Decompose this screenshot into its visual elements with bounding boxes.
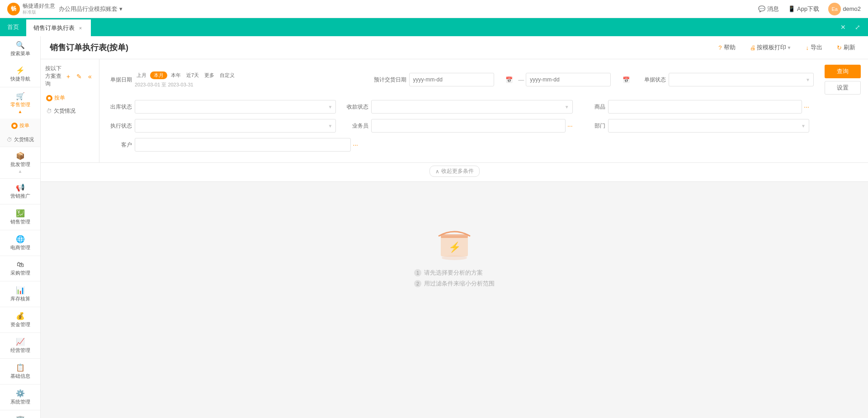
settings-btn[interactable]: 设置 [825, 81, 861, 95]
date-chip-7days[interactable]: 近7天 [184, 71, 201, 80]
product-input[interactable] [608, 100, 802, 114]
scheme-collapse-btn[interactable]: « [85, 72, 94, 81]
app-download-label: App下载 [797, 5, 819, 13]
print-icon: 🖨 [750, 44, 756, 51]
sidebar-item-debt[interactable]: ⏱ 欠货情况 [0, 133, 40, 147]
sidebar-item-sales[interactable]: 💹 销售管理 [0, 204, 40, 230]
date-chip-thisyear[interactable]: 本年 [169, 71, 183, 80]
breadcrumb-dropdown-icon[interactable]: ▾ [119, 5, 123, 12]
retail-children: 按单 ⏱ 欠货情况 [0, 119, 40, 147]
forecast-date-start[interactable] [409, 73, 494, 86]
query-btn[interactable]: 查询 [825, 65, 861, 78]
sidebar-item-ecommerce[interactable]: 🌐 电商管理 [0, 230, 40, 256]
scheme-active-dot [46, 95, 52, 101]
sidebar-group-retail-header[interactable]: 🛒 零售管理 ▲ [0, 87, 40, 119]
empty-icon: ⚡ [432, 218, 477, 263]
main-layout: 🔍 搜索菜单 ⚡ 快捷导航 🛒 零售管理 ▲ 按单 [0, 36, 868, 418]
filter-row-2: 出库状态 ▼ 收款状态 [107, 100, 861, 114]
export-btn[interactable]: ↓ 导出 [802, 42, 826, 53]
exec-status-label: 执行状态 [107, 122, 132, 130]
sidebar-item-system[interactable]: ⚙️ 系统管理 [0, 385, 40, 410]
sidebar-group-wholesale-header[interactable]: 📦 批发管理 ▲ [0, 147, 40, 178]
tab-sales-order-label: 销售订单执行表 [33, 24, 75, 32]
sidebar-item-quick-nav[interactable]: ⚡ 快捷导航 [0, 62, 40, 87]
message-icon: 💬 [758, 5, 765, 12]
breadcrumb: 办公用品行业模拟账套 ▾ [59, 5, 123, 13]
user-btn[interactable]: Ea demo2 [828, 3, 861, 15]
order-status-select[interactable] [669, 73, 814, 86]
tab-sales-order[interactable]: 销售订单执行表 × [26, 18, 91, 36]
ecommerce-label: 电商管理 [10, 244, 30, 251]
retail-expand-icon: ▲ [18, 109, 23, 114]
exec-select[interactable] [135, 119, 336, 133]
sidebar-item-cashier[interactable]: 按单 [0, 119, 40, 133]
customer-more-icon[interactable]: ··· [353, 141, 358, 148]
outbound-control: ▼ [135, 100, 336, 114]
product-more-icon[interactable]: ··· [804, 103, 809, 110]
outbound-select[interactable] [135, 100, 336, 114]
refresh-icon: ↻ [837, 44, 842, 51]
scheme-edit-btn[interactable]: ✎ [75, 72, 84, 81]
help-btn[interactable]: ? 帮助 [715, 42, 739, 53]
empty-text-1: 1 请先选择要分析的方案 [414, 269, 495, 277]
salesman-more-icon[interactable]: ··· [567, 122, 573, 129]
collapse-more-btn[interactable]: ∧ 收起更多条件 [429, 166, 480, 177]
refresh-btn[interactable]: ↻ 刷新 [833, 42, 859, 53]
scheme-item-debt[interactable]: ⏱ 欠货情况 [41, 104, 99, 118]
dept-control: ▼ [608, 119, 809, 133]
forecast-date-label: 预计交货日期 [374, 76, 406, 84]
message-btn[interactable]: 💬 消息 [758, 5, 779, 13]
nav-right-buttons: ✕ ⤢ [836, 20, 868, 34]
date-chips: 上月 本月 本年 近7天 更多 自定义 [135, 71, 367, 80]
sidebar-group-retail[interactable]: 🛒 零售管理 ▲ 按单 ⏱ 欠货情况 [0, 87, 40, 147]
date-chip-custom[interactable]: 自定义 [218, 71, 236, 80]
sidebar-group-wholesale[interactable]: 📦 批发管理 ▲ [0, 147, 40, 179]
scheme-icons: + ✎ « [64, 72, 94, 81]
page-title: 销售订单执行表(按单) [50, 42, 128, 53]
export-label: 导出 [811, 43, 822, 52]
sidebar-item-inventory[interactable]: 📊 库存核算 [0, 281, 40, 307]
sidebar-item-basic[interactable]: 📋 基础信息 [0, 359, 40, 385]
action-buttons: 查询 设置 [825, 65, 861, 95]
forecast-date-end[interactable] [526, 73, 611, 86]
salesman-input[interactable] [371, 119, 566, 133]
wholesale-icon: 📦 [16, 152, 25, 160]
date-chip-lastmonth[interactable]: 上月 [135, 71, 148, 80]
customer-input[interactable] [135, 138, 351, 152]
scheme-add-btn[interactable]: + [64, 72, 73, 81]
forecast-start-wrap: 📅 [409, 73, 517, 86]
print-btn[interactable]: 🖨 按模板打印 ▼ [746, 42, 795, 53]
sidebar-item-marketing[interactable]: 📢 营销推广 [0, 179, 40, 204]
svg-point-3 [442, 256, 467, 260]
filter-field-salesman: 业务员 ··· [343, 119, 572, 133]
payment-select[interactable] [371, 100, 572, 114]
sidebar: 🔍 搜索菜单 ⚡ 快捷导航 🛒 零售管理 ▲ 按单 [0, 36, 41, 418]
sidebar-item-search[interactable]: 🔍 搜索菜单 [0, 36, 40, 62]
quick-nav-icon: ⚡ [16, 66, 25, 75]
expand-window-btn[interactable]: ⤢ [851, 20, 864, 34]
forecast-date-group: 📅 — 📅 [409, 73, 634, 86]
sidebar-item-purchase[interactable]: 🛍 采购管理 [0, 256, 40, 281]
date-chip-thismonth[interactable]: 本月 [150, 71, 167, 79]
empty-state: ⚡ 1 请先选择要分析的方案 2 用过滤条件来缩小分析范围 [41, 182, 868, 324]
close-window-btn[interactable]: ✕ [836, 20, 850, 34]
app-download-btn[interactable]: 📱 App下载 [788, 5, 819, 13]
help-label: 帮助 [724, 43, 736, 52]
sidebar-item-operations[interactable]: 📈 经营管理 [0, 333, 40, 359]
tab-close-btn[interactable]: × [77, 25, 84, 31]
dept-select[interactable] [608, 119, 809, 133]
finance-icon: 💰 [16, 312, 25, 320]
breadcrumb-text: 办公用品行业模拟账套 [59, 5, 118, 13]
sidebar-item-enterprise[interactable]: 🏢 企业协同 [0, 410, 40, 418]
print-dropdown-icon: ▼ [787, 45, 792, 50]
finance-label: 资金管理 [10, 321, 30, 328]
scheme-title: 按以下方案查询 [45, 65, 64, 88]
date-chip-more[interactable]: 更多 [203, 71, 216, 80]
scheme-item-cashier[interactable]: 按单 [41, 91, 99, 104]
retail-label: 零售管理 [10, 101, 30, 108]
date-label: 单据日期 [107, 76, 132, 84]
tab-home[interactable]: 首页 [0, 18, 26, 36]
debt-label: 欠货情况 [14, 136, 34, 143]
system-icon: ⚙️ [16, 389, 25, 398]
sidebar-item-finance[interactable]: 💰 资金管理 [0, 307, 40, 333]
